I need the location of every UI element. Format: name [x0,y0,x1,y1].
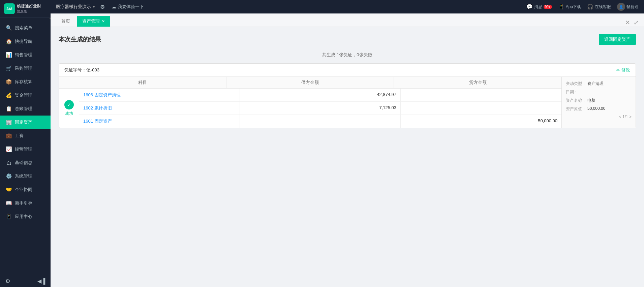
topbar: 医疗器械行业演示 ▾ ⚙ ☁ 我要体验一下 💬 消息 99+ 📱 App下载 🎧… [51,0,644,13]
sidebar-item-label: 系统管理 [15,173,32,179]
sidebar-item-basic-info[interactable]: 🗂 基础信息 [0,156,51,169]
service-icon: 🎧 [587,4,593,10]
sidebar-item-label: 工资 [15,133,24,139]
topbar-right: 💬 消息 99+ 📱 App下载 🎧 在线客服 👤 畅捷通 [526,3,639,11]
edit-label: 修改 [621,67,630,73]
funds-icon: 💰 [5,92,12,99]
asset-value-value: 50,000.00 [587,106,605,112]
inventory-icon: 📦 [5,78,12,85]
cloud-icon: ☁ [112,4,116,9]
topbar-settings-icon[interactable]: ⚙ [100,4,105,10]
table-row: 1602 累计折旧 7,125.03 [79,102,561,115]
pagination: < 1/1 > [566,115,632,119]
sidebar-item-ledger[interactable]: 📋 总账管理 [0,102,51,116]
sidebar-item-label: 搜索菜单 [15,25,32,31]
sidebar-item-app-center[interactable]: 📱 应用中心 [0,210,51,223]
change-type-value: 资产清理 [587,81,604,87]
cell-subject-2[interactable]: 1602 累计折旧 [79,102,240,115]
message-button[interactable]: 💬 消息 99+ [526,4,552,10]
operations-icon: 📈 [5,146,12,153]
sidebar-bottom: ⚙ ◀▐ [0,275,51,287]
project-selector[interactable]: 医疗器械行业演示 ▾ [56,4,95,10]
app-download-button[interactable]: 📱 App下载 [558,4,581,10]
app-center-icon: 📱 [5,213,12,220]
sidebar-item-label: 应用中心 [15,214,32,220]
table-header: 科目 借方金额 贷方金额 [59,77,561,89]
sidebar-item-label: 快捷导航 [15,38,32,44]
sidebar-item-sales[interactable]: 📊 销售管理 [0,48,51,62]
cell-credit-2 [401,102,561,115]
side-info-panel: 变动类型： 资产清理 日期： 资产名称： 电脑 资产原值： 50,000.00 [561,77,636,128]
sidebar-item-label: 总账管理 [15,106,32,112]
sidebar-item-label: 固定资产 [15,119,32,125]
customer-service-button[interactable]: 🎧 在线客服 [587,4,611,10]
experience-text: 我要体验一下 [118,4,144,10]
asset-name-row: 资产名称： 电脑 [566,98,632,103]
sidebar-item-purchase[interactable]: 🛒 采购管理 [0,62,51,75]
table-row: 1601 固定资产 50,000.00 [79,115,561,128]
settings-icon[interactable]: ⚙ [5,278,10,284]
basic-info-icon: 🗂 [5,159,12,166]
prev-page-icon[interactable]: < [619,115,621,119]
purchase-icon: 🛒 [5,65,12,72]
sidebar-item-search[interactable]: 🔍 搜索菜单 [0,21,51,35]
cell-debit-2: 7,125.03 [240,102,401,115]
sales-icon: 📊 [5,52,12,58]
sidebar-item-funds[interactable]: 💰 资金管理 [0,89,51,102]
cooperation-icon: 🤝 [5,186,12,193]
tab-close-icon[interactable]: ✕ [102,19,105,24]
voucher-body: 科目 借方金额 贷方金额 ✓ 成功 1606 固定资产清理 [59,77,636,128]
sidebar-item-cooperation[interactable]: 🤝 企业协同 [0,183,51,196]
date-label: 日期： [566,89,578,95]
sidebar-item-system[interactable]: ⚙️ 系统管理 [0,169,51,183]
sidebar: AtA 畅捷通好业财 普及版 🔍 搜索菜单 🏠 快捷导航 📊 销售管理 🛒 采购… [0,0,51,287]
guide-icon: 📖 [5,200,12,206]
cell-subject-1[interactable]: 1606 固定资产清理 [79,89,240,101]
sidebar-item-label: 经营管理 [15,146,32,152]
page-title: 本次生成的结果 [59,35,101,43]
user-name: 畅捷通 [626,4,639,10]
voucher-card: 凭证字号：记-003 ✏ 修改 科目 借方金额 贷方金额 [59,63,636,128]
change-type-row: 变动类型： 资产清理 [566,81,632,87]
edit-icon: ✏ [616,68,620,73]
table-rows: 1606 固定资产清理 42,874.97 1602 累计折旧 7,125.03 [79,89,561,128]
asset-name-label: 资产名称： [566,98,586,103]
logo-title: 畅捷通好业财 [17,4,41,9]
tab-asset-management[interactable]: 资产管理 ✕ [77,16,110,27]
message-badge: 99+ [544,5,552,9]
user-profile[interactable]: 👤 畅捷通 [617,3,639,11]
cell-subject-3[interactable]: 1601 固定资产 [79,115,240,128]
next-page-icon[interactable]: > [629,115,632,119]
sidebar-item-label: 企业协同 [15,187,32,193]
sidebar-item-inventory[interactable]: 📦 库存核算 [0,75,51,89]
chevron-down-icon: ▾ [93,5,95,9]
payroll-icon: 💼 [5,132,12,139]
project-name: 医疗器械行业演示 [56,4,91,10]
voucher-table: 科目 借方金额 贷方金额 ✓ 成功 1606 固定资产清理 [59,77,561,128]
table-rows-wrapper: ✓ 成功 1606 固定资产清理 42,874.97 [59,89,561,128]
edit-button[interactable]: ✏ 修改 [616,67,630,73]
sidebar-item-payroll[interactable]: 💼 工资 [0,129,51,142]
sidebar-item-quick-nav[interactable]: 🏠 快捷导航 [0,35,51,48]
sidebar-item-label: 采购管理 [15,65,32,71]
tab-home[interactable]: 首页 [56,16,75,27]
download-icon: 📱 [558,4,564,10]
app-download-label: App下载 [566,4,581,10]
logo-text-block: 畅捷通好业财 普及版 [17,4,41,14]
message-icon: 💬 [526,4,533,10]
sidebar-item-guide[interactable]: 📖 新手引导 [0,196,51,210]
success-badge: ✓ 成功 [59,89,79,128]
return-button[interactable]: 返回固定资产 [599,34,636,45]
tab-asset-management-label: 资产管理 [82,18,100,24]
search-icon: 🔍 [5,25,12,31]
cell-debit-1: 42,874.97 [240,89,401,101]
tabbar: 首页 资产管理 ✕ [51,13,644,27]
page-header: 本次生成的结果 返回固定资产 [59,34,636,45]
sidebar-item-operations[interactable]: 📈 经营管理 [0,142,51,156]
change-type-label: 变动类型： [566,81,586,87]
sidebar-item-fixed-assets[interactable]: 🏢 固定资产 [0,116,51,129]
experience-button[interactable]: ☁ 我要体验一下 [112,4,144,10]
customer-service-label: 在线客服 [595,4,611,10]
collapse-icon[interactable]: ◀▐ [37,278,45,284]
logo-icon: AtA [4,3,15,14]
